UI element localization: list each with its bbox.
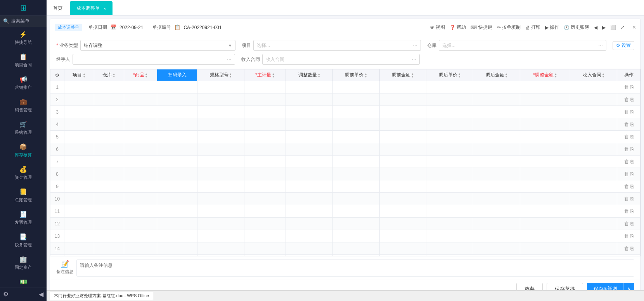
cell[interactable] xyxy=(426,118,473,131)
copy-icon[interactable]: ⎘ xyxy=(630,208,634,214)
cell[interactable] xyxy=(157,255,197,256)
cell[interactable] xyxy=(157,156,197,168)
cell[interactable] xyxy=(94,156,124,168)
cell[interactable] xyxy=(570,218,617,230)
cell[interactable] xyxy=(124,168,157,180)
cell[interactable] xyxy=(473,81,520,93)
cell[interactable] xyxy=(520,93,570,106)
copy-icon[interactable]: ⎘ xyxy=(630,134,634,140)
cell[interactable] xyxy=(197,180,244,193)
sidebar-item-marketing[interactable]: 📢 营销推广 xyxy=(0,72,47,94)
cell[interactable] xyxy=(473,118,520,131)
cell[interactable] xyxy=(333,81,380,93)
cell[interactable] xyxy=(473,193,520,205)
cell[interactable] xyxy=(333,106,380,118)
delete-icon[interactable]: 🗑 xyxy=(624,196,629,202)
cell[interactable] xyxy=(426,143,473,156)
cell[interactable] xyxy=(570,81,617,93)
cell[interactable] xyxy=(426,156,473,168)
sidebar-item-inventory[interactable]: 📦 库存核算 xyxy=(0,139,47,162)
cell[interactable] xyxy=(570,255,617,256)
cell[interactable] xyxy=(64,118,94,131)
delete-icon[interactable]: 🗑 xyxy=(624,97,629,102)
cell[interactable] xyxy=(286,180,333,193)
cell[interactable] xyxy=(570,118,617,131)
sidebar-item-quick-nav[interactable]: ⚡ 快捷导航 xyxy=(0,27,47,49)
cell[interactable] xyxy=(197,106,244,118)
sidebar-item-purchase[interactable]: 🛒 采购管理 xyxy=(0,117,47,139)
sidebar-item-invoice[interactable]: 🧾 发票管理 xyxy=(0,207,47,229)
sidebar-search[interactable]: 🔍 搜索菜单 xyxy=(0,16,47,27)
cell[interactable] xyxy=(157,106,197,118)
cell[interactable] xyxy=(244,106,286,118)
cell[interactable] xyxy=(520,230,570,242)
cell[interactable] xyxy=(124,242,157,255)
cell[interactable] xyxy=(520,131,570,143)
tab-home[interactable]: 首页 xyxy=(47,1,69,15)
cell[interactable] xyxy=(124,106,157,118)
cell[interactable] xyxy=(244,143,286,156)
action-print[interactable]: 🖨 打印 xyxy=(525,24,540,31)
cell[interactable] xyxy=(124,218,157,230)
cell[interactable] xyxy=(244,180,286,193)
cell[interactable] xyxy=(379,255,426,256)
taskbar-wps-item[interactable]: 木门行业好业财处理方案-墓红红.doc - WPS Office xyxy=(50,292,153,300)
cell[interactable] xyxy=(244,230,286,242)
cell[interactable] xyxy=(64,168,94,180)
cell[interactable] xyxy=(473,255,520,256)
cell[interactable] xyxy=(197,255,244,256)
cell[interactable] xyxy=(520,156,570,168)
cell[interactable] xyxy=(157,193,197,205)
delete-icon[interactable]: 🗑 xyxy=(624,134,629,140)
cell[interactable] xyxy=(473,218,520,230)
action-operate[interactable]: ▶ 操作 xyxy=(545,24,559,31)
cell[interactable] xyxy=(333,218,380,230)
cell[interactable] xyxy=(570,168,617,180)
cell[interactable] xyxy=(473,106,520,118)
cell[interactable] xyxy=(157,218,197,230)
cell[interactable] xyxy=(520,218,570,230)
cell[interactable] xyxy=(64,230,94,242)
cell[interactable] xyxy=(197,242,244,255)
nav-left-btn[interactable]: ◀ xyxy=(594,25,597,30)
cell[interactable] xyxy=(244,205,286,218)
sidebar-item-project-contract[interactable]: 📋 项目合同 xyxy=(0,49,47,72)
cell[interactable] xyxy=(197,81,244,93)
cell[interactable] xyxy=(157,93,197,106)
cell[interactable] xyxy=(520,242,570,255)
toggle-icon[interactable]: ◀ xyxy=(39,291,43,298)
cell[interactable] xyxy=(473,93,520,106)
cell[interactable] xyxy=(379,218,426,230)
cell[interactable] xyxy=(333,93,380,106)
cell[interactable] xyxy=(333,180,380,193)
cell[interactable] xyxy=(570,230,617,242)
cell[interactable] xyxy=(197,131,244,143)
cell[interactable] xyxy=(64,93,94,106)
delete-icon[interactable]: 🗑 xyxy=(624,246,629,251)
cell[interactable] xyxy=(286,118,333,131)
cell[interactable] xyxy=(333,242,380,255)
cell[interactable] xyxy=(244,118,286,131)
cell[interactable] xyxy=(244,242,286,255)
cell[interactable] xyxy=(244,131,286,143)
cell[interactable] xyxy=(286,168,333,180)
cell[interactable] xyxy=(426,93,473,106)
cell[interactable] xyxy=(94,118,124,131)
cell[interactable] xyxy=(570,242,617,255)
cell[interactable] xyxy=(244,168,286,180)
delete-icon[interactable]: 🗑 xyxy=(624,208,629,214)
cell[interactable] xyxy=(520,193,570,205)
cell[interactable] xyxy=(426,193,473,205)
project-input[interactable]: 选择... ··· xyxy=(253,40,421,51)
cell[interactable] xyxy=(379,156,426,168)
sidebar-item-assets[interactable]: 🏢 固定资产 xyxy=(0,252,47,274)
cell[interactable] xyxy=(379,106,426,118)
delete-icon[interactable]: 🗑 xyxy=(624,221,629,227)
cell[interactable] xyxy=(94,205,124,218)
action-help[interactable]: ❓ 帮助 xyxy=(450,24,466,31)
cell[interactable] xyxy=(570,143,617,156)
th-settings[interactable]: ⚙ xyxy=(50,69,64,81)
cell[interactable] xyxy=(379,168,426,180)
cell[interactable] xyxy=(473,242,520,255)
cell[interactable] xyxy=(157,81,197,93)
